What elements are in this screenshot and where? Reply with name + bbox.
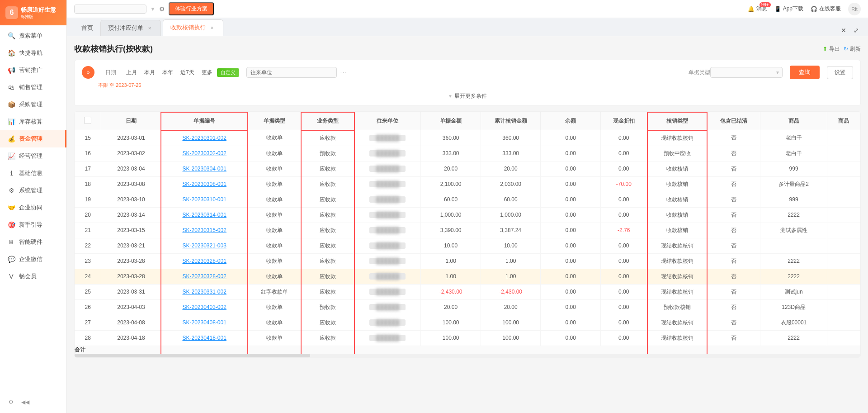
td-acc-amount: 2,030.00 <box>481 176 541 192</box>
scroll-thumb <box>75 354 310 357</box>
date-this-month[interactable]: 本月 <box>142 68 158 77</box>
sn-link[interactable]: SK-20230304-001 <box>182 166 226 172</box>
sidebar-item-sales[interactable]: 🛍销售管理 <box>0 79 66 96</box>
industry-btn[interactable]: 体验行业方案 <box>169 2 214 15</box>
gear-icon[interactable]: ⚙ <box>159 5 165 13</box>
table-header-row: 日期 单据编号 单据类型 业务类型 往来单位 单据金额 累计核销金额 余额 现金… <box>75 112 860 130</box>
footer-amount <box>421 346 481 354</box>
td-date: 2023-03-31 <box>101 284 161 299</box>
notification-badge: 99+ <box>760 2 771 7</box>
sidebar-label-member: 畅会员 <box>19 272 37 280</box>
sn-link[interactable]: SK-20230321-003 <box>182 242 226 249</box>
sn-link[interactable]: SK-20230328-001 <box>182 258 226 264</box>
page-title: 收款核销执行(按收款) <box>74 43 153 54</box>
tab-payment[interactable]: 收款核销执行 × <box>163 19 223 36</box>
date-custom-btn[interactable]: 自定义 <box>217 68 239 77</box>
td-amount: 20.00 <box>421 299 481 315</box>
date-this-year[interactable]: 本年 <box>160 68 176 77</box>
sidebar-item-hardware[interactable]: 🖥智能硬件 <box>0 233 66 251</box>
app-download-btn[interactable]: 📱 App下载 <box>774 5 803 13</box>
fullscreen-btn[interactable]: ⤢ <box>852 25 861 36</box>
settings-icon[interactable]: ⚙ <box>5 397 16 408</box>
unit-input[interactable] <box>246 67 337 78</box>
sn-link[interactable]: SK-20230301-002 <box>182 135 226 141</box>
sn-link[interactable]: SK-20230302-002 <box>182 150 226 157</box>
sidebar-item-system[interactable]: ⚙系统管理 <box>0 182 66 199</box>
td-num: 28 <box>75 330 101 346</box>
td-biz-type: 应收款 <box>301 253 354 269</box>
sidebar-item-inventory[interactable]: 📊库存核算 <box>0 113 66 130</box>
tab-close-prepay[interactable]: × <box>146 24 153 32</box>
td-included: 否 <box>707 207 760 223</box>
td-sn: SK-20230403-002 <box>161 299 247 315</box>
refresh-btn[interactable]: ↻ 刷新 <box>844 45 861 53</box>
online-service-btn[interactable]: 🎧 在线客服 <box>811 5 841 13</box>
sidebar-item-finance[interactable]: 💰资金管理 <box>0 130 66 147</box>
date-last-month[interactable]: 上月 <box>123 68 140 77</box>
sidebar-item-guide[interactable]: 🎯新手引导 <box>0 216 66 233</box>
sidebar-logo: 6 畅康道好生意 标推版 <box>0 0 66 25</box>
td-acc-amount: 20.00 <box>481 161 541 176</box>
date-7days[interactable]: 近7天 <box>178 68 197 77</box>
table-row: 27 2023-04-08 SK-20230408-001 收款单 应收款 ██… <box>75 315 860 330</box>
table-body: 15 2023-03-01 SK-20230301-002 收款单 应收款 ██… <box>75 130 860 346</box>
sidebar-item-shortcut[interactable]: 🏠快捷导航 <box>0 44 66 62</box>
td-balance: 0.00 <box>541 146 601 161</box>
td-discount: 0.00 <box>601 315 647 330</box>
unit-more-icon[interactable]: ··· <box>340 69 348 76</box>
sidebar-item-basic[interactable]: ℹ基础信息 <box>0 165 66 182</box>
user-avatar[interactable]: Rit <box>848 3 861 15</box>
sn-link[interactable]: SK-20230408-001 <box>182 319 226 326</box>
sidebar-label-shortcut: 快捷导航 <box>19 49 42 57</box>
sn-link[interactable]: SK-20230331-002 <box>182 289 226 295</box>
close-tab-btn[interactable]: ✕ <box>839 25 848 36</box>
sidebar-item-member[interactable]: V畅会员 <box>0 268 66 285</box>
td-xs-type: 收款核销 <box>647 176 708 192</box>
sidebar-item-wechat[interactable]: 💬企业微信 <box>0 251 66 268</box>
sn-link[interactable]: SK-20230310-001 <box>182 196 226 203</box>
sidebar-item-search[interactable]: 🔍搜索菜单 <box>0 27 66 44</box>
sidebar-item-marketing[interactable]: 📢营销推广 <box>0 62 66 79</box>
tab-close-payment[interactable]: × <box>208 24 216 31</box>
messages-btn[interactable]: 🔔 消息 99+ <box>748 5 767 13</box>
sidebar-item-cooperation[interactable]: 🤝企业协同 <box>0 199 66 216</box>
td-amount: -2,430.00 <box>421 284 481 299</box>
bill-type-select[interactable] <box>710 67 783 78</box>
table-scrollbar[interactable] <box>75 354 860 357</box>
search-input[interactable] <box>74 5 146 14</box>
tab-home[interactable]: 首页 <box>74 20 100 36</box>
export-btn[interactable]: ⬆ 导出 <box>823 45 840 53</box>
sn-link[interactable]: SK-20230403-002 <box>182 304 226 310</box>
sn-link[interactable]: SK-20230315-002 <box>182 227 226 233</box>
td-included: 否 <box>707 330 760 346</box>
unit-value: ██████ <box>369 289 406 295</box>
expand-btn[interactable]: ▼ 展开更多条件 <box>448 92 487 100</box>
td-xs-type: 收款核销 <box>647 161 708 176</box>
td-sn: SK-20230331-002 <box>161 284 247 299</box>
td-biz-type: 应收款 <box>301 238 354 253</box>
sn-link[interactable]: SK-20230328-002 <box>182 273 226 280</box>
sidebar-toggle-btn[interactable]: » <box>82 66 94 79</box>
setting-btn[interactable]: 设置 <box>827 66 853 79</box>
sn-link[interactable]: SK-20230314-001 <box>182 212 226 218</box>
date-more[interactable]: 更多 <box>199 68 215 77</box>
td-num: 16 <box>75 146 101 161</box>
sidebar-item-operation[interactable]: 📈经营管理 <box>0 147 66 165</box>
collapse-icon[interactable]: ◀◀ <box>20 397 31 408</box>
sn-link[interactable]: SK-20230308-001 <box>182 181 226 187</box>
select-all-checkbox[interactable] <box>84 117 91 124</box>
sn-link[interactable]: SK-20230418-001 <box>182 335 226 341</box>
td-date: 2023-03-01 <box>101 130 161 146</box>
td-num: 27 <box>75 315 101 330</box>
td-amount: 100.00 <box>421 330 481 346</box>
query-btn[interactable]: 查询 <box>790 66 820 79</box>
td-discount: 0.00 <box>601 161 647 176</box>
td-balance: 0.00 <box>541 192 601 207</box>
td-bill-type: 收款单 <box>248 299 301 315</box>
tab-prepay[interactable]: 预付冲应付单 × <box>100 20 161 36</box>
unit-value: ██████ <box>369 196 406 203</box>
chevron-down-icon: ▼ <box>150 6 156 12</box>
td-bill-type: 收款单 <box>248 192 301 207</box>
td-included: 否 <box>707 192 760 207</box>
sidebar-item-purchase[interactable]: 📦采购管理 <box>0 96 66 113</box>
